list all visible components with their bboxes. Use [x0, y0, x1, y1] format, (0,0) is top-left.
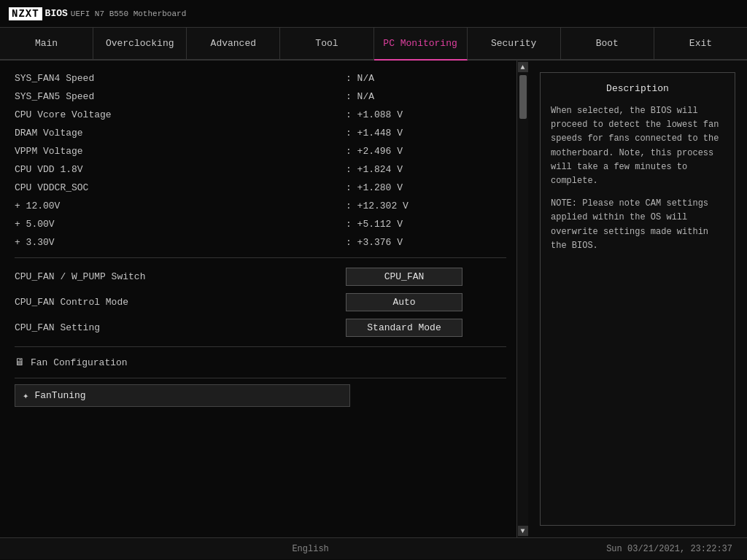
nav-item-exit[interactable]: Exit [654, 28, 747, 59]
row-value: : +3.376 V [346, 237, 506, 248]
row-label: + 5.00V [15, 219, 346, 230]
fan-config-label: Fan Configuration [31, 357, 128, 368]
fan-ctrl-button[interactable]: Auto [346, 293, 462, 311]
monitoring-rows: SYS_FAN4 Speed : N/A SYS_FAN5 Speed : N/… [15, 69, 506, 252]
description-title: Description [551, 83, 724, 94]
fan-config-icon: 🖥 [15, 357, 25, 368]
fan-ctrl-button[interactable]: CPU_FAN [346, 268, 462, 286]
fan-controls: CPU_FAN / W_PUMP Switch CPU_FAN CPU_FAN … [15, 264, 506, 341]
nav-item-advanced[interactable]: Advanced [187, 28, 280, 59]
logo: NZXT BIOS UEFI N7 B550 Motherboard [9, 7, 186, 20]
scroll-up-button[interactable]: ▲ [518, 62, 528, 72]
fan-control-cpu-fan-setting: CPU_FAN Setting Standard Mode [15, 315, 506, 341]
row-value: : N/A [346, 91, 506, 102]
fan-control-cpu-fan-mode: CPU_FAN Control Mode Auto [15, 289, 506, 315]
monitoring-row: CPU VDDCR_SOC : +1.280 V [15, 179, 506, 197]
monitoring-row: SYS_FAN5 Speed : N/A [15, 88, 506, 106]
scroll-down-button[interactable]: ▼ [518, 526, 528, 536]
nav-item-tool[interactable]: Tool [280, 28, 374, 59]
monitoring-row: CPU Vcore Voltage : +1.088 V [15, 106, 506, 124]
main-content: SYS_FAN4 Speed : N/A SYS_FAN5 Speed : N/… [0, 61, 747, 537]
row-value: : +1.824 V [346, 164, 506, 175]
separator-3 [15, 378, 506, 378]
row-label: CPU Vcore Voltage [15, 109, 346, 120]
fantuning-icon: ✦ [23, 389, 28, 402]
row-label: SYS_FAN5 Speed [15, 91, 346, 102]
right-panel: Description When selected, the BIOS will… [528, 61, 747, 537]
row-value: : N/A [346, 73, 506, 84]
fan-control-cpu-fan-switch: CPU_FAN / W_PUMP Switch CPU_FAN [15, 264, 506, 289]
footer: English Sun 03/21/2021, 23:22:37 [0, 537, 747, 559]
fan-ctrl-label: CPU_FAN Setting [15, 322, 346, 333]
nav-item-main[interactable]: Main [0, 28, 93, 59]
scroll-thumb[interactable] [519, 75, 527, 119]
monitoring-row: + 12.00V : +12.302 V [15, 197, 506, 215]
row-label: + 3.30V [15, 237, 346, 248]
description-para-2: NOTE: Please note CAM settings applied w… [551, 197, 724, 253]
row-value: : +1.280 V [346, 182, 506, 193]
description-text: When selected, the BIOS will proceed to … [551, 104, 724, 253]
row-label: VPPM Voltage [15, 146, 346, 157]
fantuning-row[interactable]: ✦ FanTuning [15, 384, 350, 407]
monitoring-row: VPPM Voltage : +2.496 V [15, 142, 506, 160]
logo-nzxt: NZXT [9, 7, 42, 20]
monitoring-row: + 3.30V : +3.376 V [15, 233, 506, 252]
fantuning-label: FanTuning [34, 390, 85, 401]
row-label: + 12.00V [15, 201, 346, 211]
description-para-1: When selected, the BIOS will proceed to … [551, 104, 724, 188]
nav-item-pc-monitoring[interactable]: PC Monitoring [374, 28, 468, 61]
monitoring-row: SYS_FAN4 Speed : N/A [15, 69, 506, 88]
footer-datetime: Sun 03/21/2021, 23:22:37 [606, 544, 732, 554]
monitoring-row: + 5.00V : +5.112 V [15, 215, 506, 233]
row-value: : +1.448 V [346, 128, 506, 139]
nav-item-security[interactable]: Security [468, 28, 561, 59]
logo-bios: BIOS [45, 8, 68, 19]
fan-ctrl-label: CPU_FAN Control Mode [15, 297, 346, 308]
nav-item-boot[interactable]: Boot [561, 28, 654, 59]
header: NZXT BIOS UEFI N7 B550 Motherboard [0, 0, 747, 28]
row-value: : +1.088 V [346, 109, 506, 120]
fan-config-row: 🖥 Fan Configuration [15, 353, 506, 372]
footer-language: English [292, 544, 328, 554]
scrollbar: ▲ ▼ [516, 61, 528, 537]
separator-2 [15, 346, 506, 347]
left-panel: SYS_FAN4 Speed : N/A SYS_FAN5 Speed : N/… [0, 61, 528, 537]
logo-subtitle: UEFI N7 B550 Motherboard [71, 9, 186, 18]
row-value: : +12.302 V [346, 201, 506, 211]
fan-ctrl-button[interactable]: Standard Mode [346, 319, 462, 337]
row-value: : +2.496 V [346, 146, 506, 157]
row-label: DRAM Voltage [15, 128, 346, 139]
row-label: CPU VDD 1.8V [15, 164, 346, 175]
separator-1 [15, 257, 506, 258]
main-nav: MainOverclockingAdvancedToolPC Monitorin… [0, 28, 747, 61]
monitoring-row: DRAM Voltage : +1.448 V [15, 124, 506, 142]
row-value: : +5.112 V [346, 219, 506, 230]
fan-ctrl-label: CPU_FAN / W_PUMP Switch [15, 271, 346, 282]
row-label: SYS_FAN4 Speed [15, 73, 346, 84]
row-label: CPU VDDCR_SOC [15, 182, 346, 193]
monitoring-row: CPU VDD 1.8V : +1.824 V [15, 160, 506, 179]
description-box: Description When selected, the BIOS will… [540, 72, 735, 526]
nav-item-overclocking[interactable]: Overclocking [93, 28, 187, 59]
monitoring-content: SYS_FAN4 Speed : N/A SYS_FAN5 Speed : N/… [0, 61, 528, 416]
